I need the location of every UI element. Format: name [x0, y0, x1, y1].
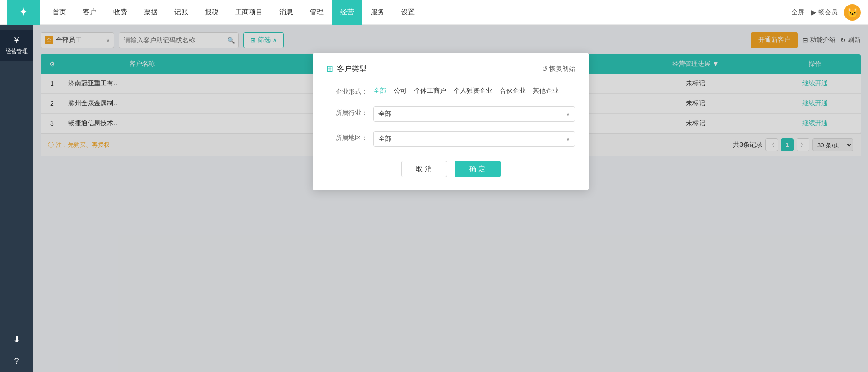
- fullscreen-label: 全屏: [791, 8, 804, 17]
- option-all[interactable]: 全部: [373, 85, 386, 97]
- modal-header: ⊞ 客户类型 ↺ 恢复初始: [326, 64, 575, 74]
- enterprise-options: 全部 公司 个体工商户 个人独资企业 合伙企业 其他企业: [373, 85, 559, 97]
- confirm-button[interactable]: 确 定: [455, 161, 501, 177]
- region-value: 全部: [378, 135, 391, 143]
- sidebar-item-operation[interactable]: ¥ 经营管理: [0, 30, 33, 61]
- option-company[interactable]: 公司: [394, 85, 407, 97]
- option-other[interactable]: 其他企业: [533, 85, 559, 97]
- member-button[interactable]: ▶ 畅会员: [811, 8, 838, 17]
- fullscreen-icon: ⛶: [782, 8, 790, 17]
- industry-label: 所属行业：: [326, 106, 368, 117]
- top-navigation: ✦ 首页 客户 收费 票据 记账 报税 工商项目 消息 管理 经营 服务 设置 …: [0, 0, 868, 25]
- region-label: 所属地区：: [326, 131, 368, 142]
- nav-accounting[interactable]: 记账: [166, 0, 196, 25]
- help-icon: ?: [14, 356, 19, 366]
- sidebar-item-help[interactable]: ?: [0, 350, 33, 372]
- nav-home[interactable]: 首页: [44, 0, 75, 25]
- sidebar-item-download[interactable]: ⬇: [0, 328, 33, 350]
- logo: ✦: [7, 0, 40, 25]
- modal-overlay: ⊞ 客户类型 ↺ 恢复初始 企业形式： 全部 公司 个体工: [33, 25, 868, 372]
- nav-message[interactable]: 消息: [271, 0, 301, 25]
- nav-operation[interactable]: 经营: [332, 0, 362, 25]
- modal-title: ⊞ 客户类型: [326, 64, 366, 74]
- filter-modal: ⊞ 客户类型 ↺ 恢复初始 企业形式： 全部 公司 个体工: [313, 53, 589, 190]
- avatar[interactable]: 🐱: [844, 4, 861, 21]
- region-row: 所属地区： 全部 ∨: [326, 131, 575, 147]
- main-content: 全 全部员工 ∨ 🔍 ⊞ 筛选 ∧ 开通新客户 ⊟: [33, 25, 868, 372]
- nav-manage[interactable]: 管理: [301, 0, 332, 25]
- nav-service[interactable]: 服务: [362, 0, 393, 25]
- cancel-button[interactable]: 取 消: [401, 161, 447, 177]
- modal-footer: 取 消 确 定: [326, 161, 575, 177]
- fullscreen-button[interactable]: ⛶ 全屏: [782, 8, 804, 17]
- sidebar: ¥ 经营管理 ⬇ ?: [0, 25, 33, 372]
- nav-tax[interactable]: 报税: [196, 0, 227, 25]
- nav-items: 首页 客户 收费 票据 记账 报税 工商项目 消息 管理 经营 服务 设置: [44, 0, 782, 25]
- region-select[interactable]: 全部 ∨: [373, 131, 575, 147]
- nav-customer[interactable]: 客户: [75, 0, 105, 25]
- yuan-icon: ¥: [14, 35, 19, 46]
- sidebar-item-label: 经营管理: [6, 48, 28, 55]
- industry-select[interactable]: 全部 ∨: [373, 106, 575, 122]
- option-individual[interactable]: 个人独资企业: [454, 85, 492, 97]
- nav-right: ⛶ 全屏 ▶ 畅会员 🐱: [782, 4, 861, 21]
- option-sole[interactable]: 个体工商户: [414, 85, 446, 97]
- industry-row: 所属行业： 全部 ∨: [326, 106, 575, 122]
- option-partnership[interactable]: 合伙企业: [500, 85, 526, 97]
- enterprise-form-row: 企业形式： 全部 公司 个体工商户 个人独资企业 合伙企业 其他企业: [326, 85, 575, 97]
- member-icon: ▶: [811, 8, 816, 17]
- reset-label: 恢复初始: [549, 65, 575, 73]
- industry-chevron-icon: ∨: [566, 111, 570, 117]
- nav-fee[interactable]: 收费: [105, 0, 136, 25]
- logo-icon: ✦: [18, 5, 29, 19]
- member-label: 畅会员: [818, 8, 838, 17]
- modal-title-text: 客户类型: [337, 64, 366, 74]
- enterprise-form-label: 企业形式：: [326, 85, 368, 96]
- nav-industry[interactable]: 工商项目: [227, 0, 271, 25]
- nav-bill[interactable]: 票据: [136, 0, 166, 25]
- industry-value: 全部: [378, 110, 391, 118]
- nav-settings[interactable]: 设置: [393, 0, 423, 25]
- modal-reset-button[interactable]: ↺ 恢复初始: [542, 65, 575, 73]
- download-icon: ⬇: [13, 334, 21, 345]
- reset-icon: ↺: [542, 65, 548, 72]
- region-chevron-icon: ∨: [566, 136, 570, 142]
- filter-modal-icon: ⊞: [326, 64, 333, 74]
